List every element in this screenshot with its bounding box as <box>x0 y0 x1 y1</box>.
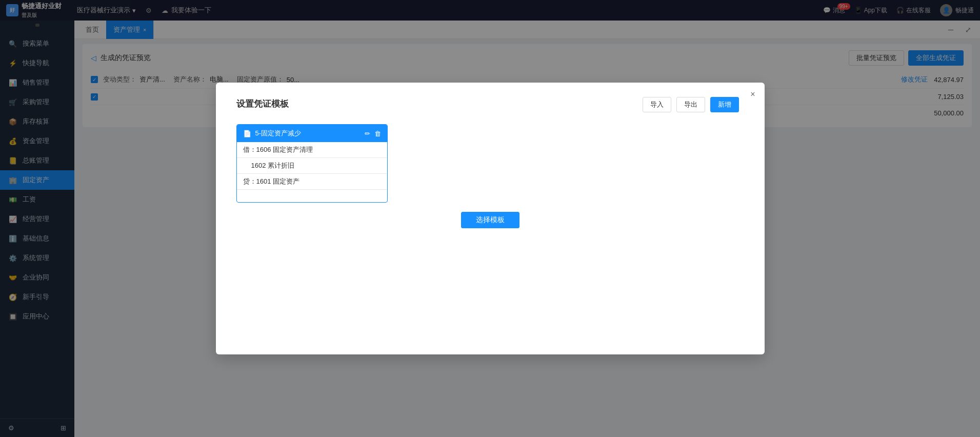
modal-dialog: 设置凭证模板 导入 导出 新增 × 📄 5-固定资产减少 ✏ 🗑 借：16 <box>216 83 765 354</box>
template-card-title: 📄 5-固定资产减少 <box>243 129 302 138</box>
edit-icon[interactable]: ✏ <box>365 130 370 137</box>
credit-label-1: 贷：1601 固定资产 <box>243 177 300 185</box>
template-card-header: 📄 5-固定资产减少 ✏ 🗑 <box>237 125 387 142</box>
debit-entry-2: 1602 累计折旧 <box>237 158 387 174</box>
template-name: 5-固定资产减少 <box>255 129 302 138</box>
document-icon: 📄 <box>243 130 251 137</box>
delete-icon[interactable]: 🗑 <box>374 130 381 137</box>
credit-entry-1: 贷：1601 固定资产 <box>237 174 387 190</box>
import-button[interactable]: 导入 <box>643 97 671 112</box>
export-button[interactable]: 导出 <box>676 97 705 112</box>
debit-entry-1: 借：1606 固定资产清理 <box>237 142 387 158</box>
modal-header-actions: 导入 导出 新增 <box>643 97 739 112</box>
debit-label-2: 1602 累计折旧 <box>251 162 295 169</box>
modal-close-button[interactable]: × <box>750 90 755 99</box>
template-card-actions: ✏ 🗑 <box>365 130 381 137</box>
new-template-button[interactable]: 新增 <box>710 97 739 112</box>
select-template-button[interactable]: 选择模板 <box>461 212 519 228</box>
debit-label-1: 借：1606 固定资产清理 <box>243 146 313 153</box>
empty-entry <box>237 190 387 202</box>
template-card-body: 借：1606 固定资产清理 1602 累计折旧 贷：1601 固定资产 <box>237 142 387 202</box>
select-template-wrapper: 选择模板 <box>236 212 744 228</box>
modal-overlay: 设置凭证模板 导入 导出 新增 × 📄 5-固定资产减少 ✏ 🗑 借：16 <box>0 0 980 437</box>
template-card: 📄 5-固定资产减少 ✏ 🗑 借：1606 固定资产清理 1602 累计折旧 贷… <box>236 124 388 203</box>
